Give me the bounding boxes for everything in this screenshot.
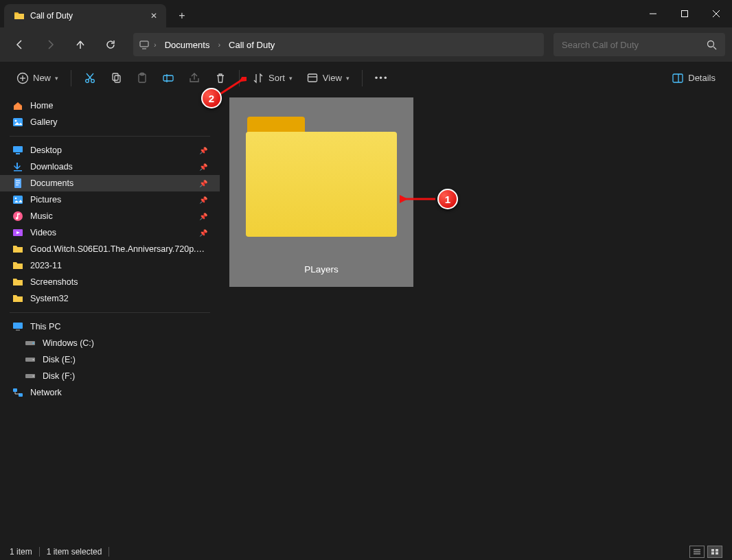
paste-button[interactable] <box>130 67 154 89</box>
new-button[interactable]: New ▾ <box>11 67 64 89</box>
rename-icon <box>162 72 174 84</box>
sidebar-item-pictures[interactable]: Pictures📌 <box>0 191 220 208</box>
svg-rect-16 <box>115 75 120 82</box>
svg-line-49 <box>219 80 242 95</box>
search-input[interactable] <box>562 40 701 50</box>
address-bar-row: › Documents › Call of Duty <box>0 27 732 62</box>
sidebar-item-gallery[interactable]: Gallery <box>0 114 220 130</box>
svg-rect-21 <box>308 74 317 82</box>
view-button[interactable]: View ▾ <box>301 67 355 89</box>
downloads-icon <box>12 161 23 172</box>
ellipsis-icon: ••• <box>375 73 389 83</box>
sidebar-item-network[interactable]: Network <box>0 384 220 401</box>
close-tab-button[interactable]: ✕ <box>148 10 159 21</box>
refresh-button[interactable] <box>98 33 124 56</box>
view-label: View <box>323 73 342 83</box>
svg-point-43 <box>33 359 34 360</box>
pin-icon: 📌 <box>199 180 207 187</box>
toolbar: New ▾ Sort ▾ View ▾ ••• Details <box>0 62 732 95</box>
maximize-button[interactable] <box>669 0 700 27</box>
annotation-arrow-1 <box>400 191 438 207</box>
back-button[interactable] <box>7 33 33 56</box>
sidebar-item-home[interactable]: Home <box>0 97 220 114</box>
gallery-icon <box>12 117 23 128</box>
network-icon <box>12 387 23 398</box>
sidebar-item-documents[interactable]: Documents📌 <box>0 175 220 191</box>
sort-icon <box>252 72 264 84</box>
sidebar-item-music[interactable]: Music📌 <box>0 208 220 224</box>
window-controls <box>637 0 732 27</box>
sidebar-item-drive[interactable]: Disk (F:) <box>0 368 220 384</box>
separator <box>362 70 363 86</box>
scissors-icon <box>84 72 96 84</box>
sidebar-item-downloads[interactable]: Downloads📌 <box>0 159 220 175</box>
sidebar-item-folder[interactable]: Good.Witch.S06E01.The.Anniversary.720p.A… <box>0 241 220 257</box>
details-icon <box>672 72 684 84</box>
sidebar-item-videos[interactable]: Videos📌 <box>0 224 220 241</box>
rename-button[interactable] <box>157 67 180 89</box>
sidebar-item-thispc[interactable]: This PC <box>0 318 220 335</box>
pictures-icon <box>12 194 23 205</box>
crumb-current[interactable]: Call of Duty <box>225 38 279 51</box>
svg-rect-33 <box>16 185 19 185</box>
drive-icon <box>25 338 36 349</box>
search-icon[interactable] <box>707 40 717 50</box>
cut-button[interactable] <box>78 67 102 89</box>
pc-icon <box>139 39 150 50</box>
sort-button[interactable]: Sort ▾ <box>247 67 298 89</box>
breadcrumb[interactable]: › Documents › Call of Duty <box>133 33 544 56</box>
close-window-button[interactable] <box>700 0 732 27</box>
sidebar-item-folder[interactable]: System32 <box>0 290 220 307</box>
svg-point-12 <box>91 79 95 82</box>
paste-icon <box>136 72 148 84</box>
svg-point-35 <box>15 198 17 200</box>
copy-button[interactable] <box>104 67 128 89</box>
plus-circle-icon <box>16 72 29 84</box>
videos-icon <box>12 227 23 238</box>
pin-icon: 📌 <box>199 229 207 237</box>
svg-rect-31 <box>16 180 20 181</box>
sidebar: Home Gallery Desktop📌 Downloads📌 Documen… <box>0 95 220 542</box>
sidebar-item-drive[interactable]: Windows (C:) <box>0 335 220 351</box>
folder-icon <box>12 293 23 304</box>
chevron-right-icon: › <box>216 40 222 49</box>
list-view-toggle[interactable] <box>689 546 705 558</box>
chevron-down-icon: ▾ <box>55 75 58 82</box>
grid-view-toggle[interactable] <box>707 546 722 558</box>
svg-rect-46 <box>13 388 17 392</box>
chevron-down-icon: ▾ <box>346 75 350 82</box>
details-pane-button[interactable]: Details <box>666 67 721 89</box>
folder-icon <box>12 244 23 255</box>
sidebar-item-desktop[interactable]: Desktop📌 <box>0 142 220 159</box>
view-icon <box>306 72 319 84</box>
pin-icon: 📌 <box>199 196 207 204</box>
pc-icon <box>12 321 23 332</box>
status-item-count: 1 item <box>10 547 32 557</box>
svg-rect-34 <box>13 196 23 204</box>
share-button[interactable] <box>183 67 206 89</box>
separator <box>108 547 109 557</box>
pin-icon: 📌 <box>199 147 207 154</box>
svg-point-41 <box>33 342 34 344</box>
svg-rect-56 <box>716 552 718 555</box>
desktop-icon <box>12 145 23 156</box>
crumb-documents[interactable]: Documents <box>161 38 214 51</box>
home-icon <box>12 100 23 111</box>
svg-rect-1 <box>682 11 688 17</box>
svg-point-11 <box>86 79 89 82</box>
up-button[interactable] <box>67 33 93 56</box>
folder-item-selected[interactable]: PLayers <box>229 97 413 287</box>
more-button[interactable]: ••• <box>369 67 394 89</box>
sidebar-item-drive[interactable]: Disk (E:) <box>0 351 220 368</box>
pin-icon: 📌 <box>199 213 207 220</box>
new-tab-button[interactable]: + <box>170 4 194 27</box>
window-tab[interactable]: Call of Duty ✕ <box>4 4 166 27</box>
content-pane[interactable]: PLayers <box>220 95 732 542</box>
sidebar-item-folder[interactable]: Screenshots <box>0 274 220 290</box>
search-box[interactable] <box>553 33 725 56</box>
folder-large-icon <box>246 117 397 237</box>
folder-icon <box>12 277 23 288</box>
sidebar-item-folder[interactable]: 2023-11 <box>0 257 220 274</box>
forward-button[interactable] <box>37 33 63 56</box>
minimize-button[interactable] <box>637 0 669 27</box>
